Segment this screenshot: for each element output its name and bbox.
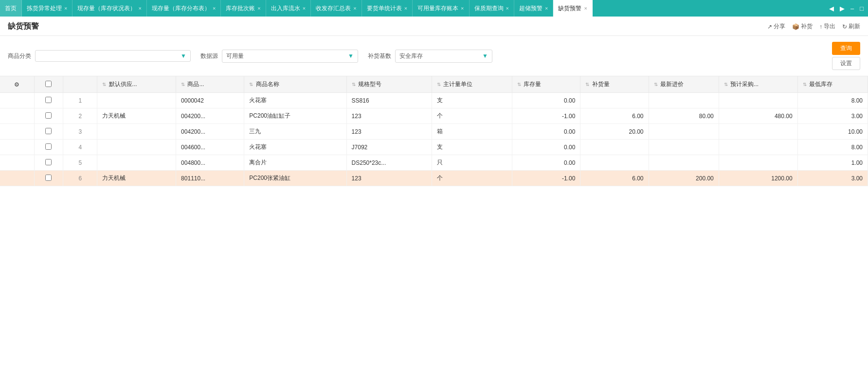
row-estimated-purchase — [719, 155, 797, 171]
col-estimated-purchase[interactable]: ⇅ 预计采购... — [719, 76, 797, 93]
col-product-code[interactable]: ⇅ 商品... — [176, 76, 244, 93]
tab-expiry-close[interactable]: × — [506, 5, 509, 11]
tab-scroll-right-btn[interactable]: ▶ — [837, 4, 847, 13]
col-latest-price[interactable]: ⇅ 最新进价 — [649, 76, 719, 93]
col-unit[interactable]: ⇅ 主计量单位 — [432, 76, 512, 93]
sort-icon: ⇅ — [437, 82, 441, 87]
category-select[interactable]: ▼ — [35, 50, 191, 62]
tab-exception-close[interactable]: × — [64, 5, 67, 11]
row-product-code: 004200... — [176, 124, 244, 140]
tab-receipt-summary-close[interactable]: × — [353, 5, 356, 11]
row-gear-cell — [0, 140, 34, 155]
row-checkbox-cell — [34, 108, 63, 124]
tab-exception[interactable]: 拣货异常处理 × — [22, 0, 72, 17]
refresh-icon: ↻ — [842, 23, 847, 30]
tab-batch[interactable]: 库存批次账 × — [221, 0, 266, 17]
col-product-name[interactable]: ⇅ 商品名称 — [244, 76, 346, 93]
row-checkbox-cell — [34, 140, 63, 155]
row-product-name: 三九 — [244, 124, 346, 140]
category-label: 商品分类 — [8, 52, 31, 60]
row-checkbox[interactable] — [45, 112, 52, 119]
tab-available[interactable]: 可用量库存账本 × — [413, 0, 469, 17]
table-row: 3 004200... 三九 123 箱 0.00 20.00 10.00 — [0, 124, 868, 140]
tab-stock-dist[interactable]: 现存量（库存分布表） × — [147, 0, 221, 17]
row-checkbox[interactable] — [45, 159, 52, 165]
row-replenish-qty — [580, 93, 649, 108]
row-product-name: 火花塞 — [244, 93, 346, 108]
select-all-checkbox[interactable] — [45, 81, 52, 87]
row-spec: DS250*23c... — [346, 155, 432, 171]
row-min-stock: 1.00 — [797, 155, 868, 171]
row-product-name: 离合片 — [244, 155, 346, 171]
tab-overstock[interactable]: 超储预警 × — [514, 0, 553, 17]
col-default-supplier[interactable]: ⇅ 默认供应... — [97, 76, 176, 93]
tab-batch-close[interactable]: × — [257, 5, 260, 11]
tab-scroll-left-btn[interactable]: ◀ — [827, 4, 836, 13]
sort-icon: ⇅ — [181, 82, 185, 87]
tab-order-stats[interactable]: 要货单统计表 × — [362, 0, 413, 17]
row-unit: 支 — [432, 93, 512, 108]
query-button[interactable]: 查询 — [832, 42, 860, 55]
row-number: 6 — [63, 171, 97, 186]
row-default-supplier: 力天机械 — [97, 171, 176, 186]
row-checkbox-cell — [34, 171, 63, 186]
tab-expiry[interactable]: 保质期查询 × — [470, 0, 514, 17]
tab-stock-status[interactable]: 现存量（库存状况表） × — [72, 0, 146, 17]
row-number: 2 — [63, 108, 97, 124]
row-replenish-qty: 6.00 — [580, 171, 649, 186]
row-stock-qty: -1.00 — [512, 108, 580, 124]
row-product-code: 004800... — [176, 155, 244, 171]
tab-bar: 首页 拣货异常处理 × 现存量（库存状况表） × 现存量（库存分布表） × 库存… — [0, 0, 868, 17]
tab-maximize-btn[interactable]: □ — [857, 4, 866, 13]
row-product-code: 004600... — [176, 140, 244, 155]
row-number: 4 — [63, 140, 97, 155]
col-stock-qty[interactable]: ⇅ 库存量 — [512, 76, 580, 93]
replenish-action[interactable]: 📦 补货 — [792, 22, 813, 31]
col-replenish-qty[interactable]: ⇅ 补货量 — [580, 76, 649, 93]
refresh-action[interactable]: ↻ 刷新 — [842, 22, 860, 31]
sort-icon: ⇅ — [517, 82, 521, 87]
tab-home[interactable]: 首页 — [0, 0, 22, 17]
row-latest-price — [649, 124, 719, 140]
row-unit: 箱 — [432, 124, 512, 140]
row-default-supplier — [97, 155, 176, 171]
col-checkbox — [34, 76, 63, 93]
tab-available-close[interactable]: × — [461, 5, 464, 11]
table-row: 4 004600... 火花塞 J7092 支 0.00 8.00 — [0, 140, 868, 155]
gear-header-icon[interactable]: ⚙ — [14, 81, 19, 88]
tab-minimize-btn[interactable]: – — [848, 4, 856, 13]
tab-receipt-summary[interactable]: 收发存汇总表 × — [311, 0, 362, 17]
row-gear-cell — [0, 171, 34, 186]
tab-order-stats-close[interactable]: × — [404, 5, 407, 11]
col-min-stock[interactable]: ⇅ 最低库存 — [797, 76, 868, 93]
row-checkbox[interactable] — [45, 97, 52, 103]
replenish-basis-select[interactable]: 安全库存 ▼ — [395, 50, 492, 63]
row-default-supplier: 力天机械 — [97, 108, 176, 124]
row-checkbox[interactable] — [45, 128, 52, 134]
row-replenish-qty — [580, 140, 649, 155]
tab-overstock-close[interactable]: × — [545, 5, 548, 11]
tab-stock-dist-close[interactable]: × — [213, 5, 216, 11]
tab-shortage[interactable]: 缺货预警 × — [553, 0, 592, 17]
tab-shortage-close[interactable]: × — [584, 5, 587, 11]
filter-actions: 查询 设置 — [832, 42, 860, 70]
tab-stock-status-close[interactable]: × — [138, 5, 141, 11]
tab-inout-flow[interactable]: 出入库流水 × — [266, 0, 311, 17]
col-spec[interactable]: ⇅ 规格型号 — [346, 76, 432, 93]
export-action[interactable]: ↑ 导出 — [819, 22, 835, 31]
sort-icon: ⇅ — [585, 82, 589, 87]
row-unit: 个 — [432, 108, 512, 124]
row-product-code: 004200... — [176, 108, 244, 124]
row-checkbox[interactable] — [45, 143, 52, 150]
row-min-stock: 8.00 — [797, 140, 868, 155]
settings-button[interactable]: 设置 — [832, 57, 860, 70]
tab-inout-flow-close[interactable]: × — [303, 5, 306, 11]
row-checkbox[interactable] — [45, 175, 52, 181]
share-action[interactable]: ↗ 分享 — [767, 22, 785, 31]
category-filter-group: 商品分类 ▼ — [8, 50, 191, 62]
row-latest-price — [649, 155, 719, 171]
tab-nav-buttons: ◀ ▶ – □ — [825, 4, 868, 13]
datasource-select[interactable]: 可用量 ▼ — [222, 50, 358, 63]
sort-icon: ⇅ — [803, 82, 807, 87]
row-latest-price — [649, 140, 719, 155]
